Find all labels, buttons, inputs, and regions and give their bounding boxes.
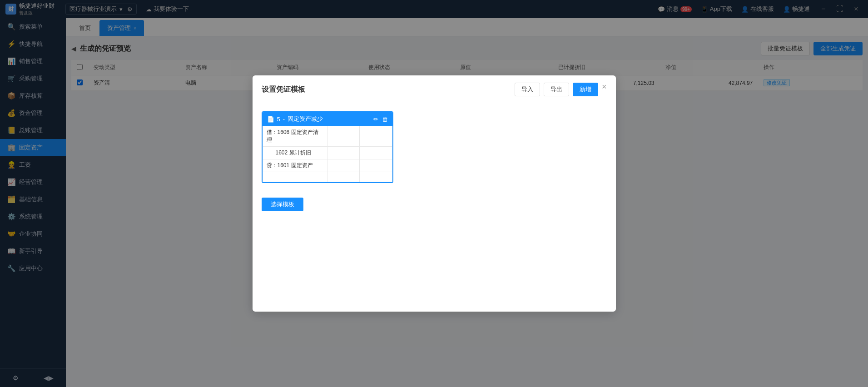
template-table: 借：1606 固定资产清理 1602 累计折旧 (263, 126, 392, 182)
entry-credit-0 (360, 126, 392, 147)
modal-body: 📄 5 - 固定资产减少 ✏ 🗑 (253, 102, 616, 220)
modal-dialog: 设置凭证模板 导入 导出 新增 × (253, 75, 616, 312)
entry-side-0: 借：1606 固定资产清理 (263, 126, 327, 147)
template-row-1: 1602 累计折旧 (263, 147, 392, 159)
template-doc-icon: 📄 (267, 116, 274, 123)
template-card-body: 借：1606 固定资产清理 1602 累计折旧 (263, 126, 392, 182)
export-btn[interactable]: 导出 (544, 83, 569, 96)
select-template-btn[interactable]: 选择模板 (262, 198, 303, 211)
template-empty-row (263, 172, 392, 182)
template-edit-icon[interactable]: ✏ (373, 116, 378, 123)
template-row-0: 借：1606 固定资产清理 (263, 126, 392, 147)
content-area: 首页 资产管理 × ◀ 生成的凭证预览 批量凭证模板 全部生成凭 (66, 18, 868, 387)
modal-overlay: 设置凭证模板 导入 导出 新增 × (66, 36, 868, 387)
modal-actions: 导入 导出 新增 × (515, 83, 607, 96)
template-card-title-area: 📄 5 - 固定资产减少 (267, 115, 323, 123)
entry-debit-2 (327, 159, 360, 172)
template-separator: - (283, 116, 285, 123)
select-template-area: 选择模板 (262, 190, 607, 211)
app-container: 财 畅捷通好业财 普及版 医疗器械行业演示 ▾ ⚙ ☁ 我要体验一下 💬 消息 … (0, 0, 868, 387)
entry-debit-1 (327, 147, 360, 159)
template-card: 📄 5 - 固定资产减少 ✏ 🗑 (262, 111, 393, 183)
new-btn[interactable]: 新增 (573, 83, 598, 96)
entry-side-1: 1602 累计折旧 (263, 147, 327, 159)
template-delete-icon[interactable]: 🗑 (382, 116, 388, 123)
main-area: 🔍 搜索菜单 ⚡ 快捷导航 📊 销售管理 🛒 采购管理 📦 库存核算 (0, 18, 868, 387)
main-content: ◀ 生成的凭证预览 批量凭证模板 全部生成凭证 变动类型 (66, 36, 868, 387)
entry-side-2: 贷：1601 固定资产 (263, 159, 327, 172)
entry-credit-2 (360, 159, 392, 172)
entry-credit-1 (360, 147, 392, 159)
template-name: 固定资产减少 (288, 115, 323, 123)
template-id: 5 (277, 116, 280, 123)
entry-debit-0 (327, 126, 360, 147)
modal-header: 设置凭证模板 导入 导出 新增 × (253, 75, 616, 102)
template-card-header: 📄 5 - 固定资产减少 ✏ 🗑 (263, 112, 392, 126)
import-btn[interactable]: 导入 (515, 83, 540, 96)
modal-title: 设置凭证模板 (262, 85, 305, 94)
template-row-2: 贷：1601 固定资产 (263, 159, 392, 172)
modal-close-btn[interactable]: × (602, 83, 607, 96)
template-header-actions: ✏ 🗑 (373, 116, 388, 123)
